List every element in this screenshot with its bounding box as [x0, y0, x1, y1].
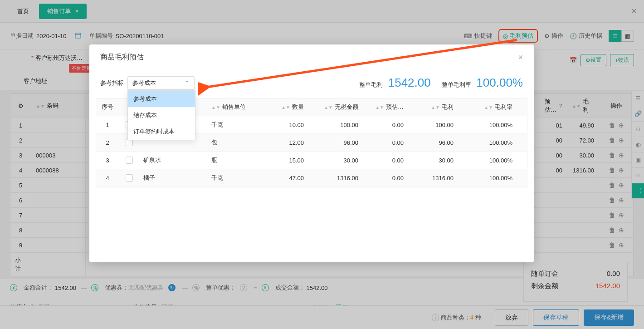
sort-icon: ▲▼ [484, 106, 493, 108]
total-rate-label: 整单毛利率 [442, 81, 471, 88]
close-icon[interactable]: × [518, 53, 523, 62]
row-checkbox[interactable] [126, 174, 133, 182]
reference-select[interactable]: 参考成本 ⌃ 参考成本 结存成本 订单签约时成本 [127, 76, 195, 90]
total-profit-label: 整单毛利 [359, 81, 383, 88]
option-balance-cost[interactable]: 结存成本 [128, 107, 195, 123]
option-ref-cost[interactable]: 参考成本 [128, 91, 195, 107]
sort-icon: ▲▼ [324, 106, 333, 108]
profit-row[interactable]: 4橘子千克47.001316.000.001316.00100.00% [96, 169, 527, 187]
option-sign-cost[interactable]: 订单签约时成本 [128, 123, 195, 140]
filter-label: 参考指标 [100, 79, 124, 87]
sort-icon: ▲▼ [431, 106, 440, 108]
total-rate-value: 100.00% [476, 76, 523, 89]
modal-title: 商品毛利预估 [100, 53, 144, 62]
profit-row[interactable]: 3矿泉水瓶15.0030.000.0030.00100.00% [96, 152, 527, 169]
sort-icon: ▲▼ [211, 106, 220, 108]
total-profit-value: 1542.00 [388, 76, 431, 89]
profit-modal: 商品毛利预估 × 参考指标 参考成本 ⌃ 参考成本 结存成本 订单签约时成本 整… [89, 44, 534, 262]
sort-icon: ▲▼ [281, 106, 290, 108]
row-checkbox[interactable] [126, 157, 133, 164]
reference-dropdown: 参考成本 结存成本 订单签约时成本 [127, 90, 195, 140]
sort-icon: ▲▼ [375, 106, 384, 108]
chevron-up-icon: ⌃ [185, 79, 190, 86]
